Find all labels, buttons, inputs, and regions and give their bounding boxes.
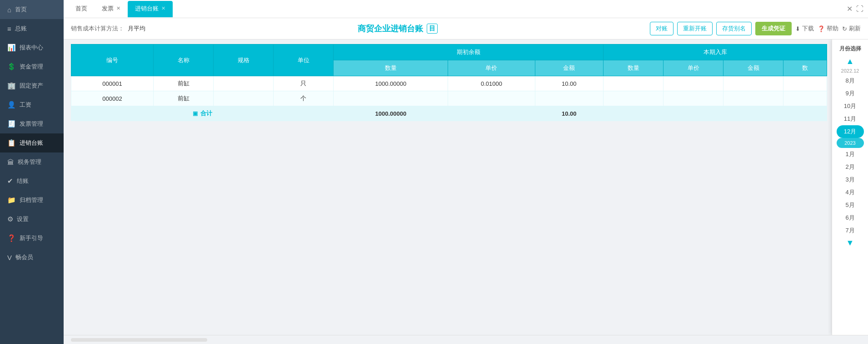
cell-benqi-amount [723, 76, 783, 91]
refresh-icon: ↻ [842, 25, 847, 32]
month-item-10[interactable]: 10月 [837, 100, 864, 113]
sidebar-item-label: 总账 [15, 25, 27, 33]
sub-col-benqi-price: 单价 [663, 60, 723, 76]
sidebar-item-closing[interactable]: ✔ 结账 [0, 172, 64, 191]
tab-purchase-sales-close[interactable]: ✕ [161, 5, 165, 11]
assets-icon: 🏢 [7, 82, 16, 90]
sidebar-item-fixed-assets[interactable]: 🏢 固定资产 [0, 76, 64, 95]
month-item-2023-2[interactable]: 2月 [837, 161, 864, 173]
horizontal-scrollbar[interactable] [71, 338, 207, 342]
cell-benqi-extra [783, 91, 827, 106]
month-picker-panel: 月份选择 ▲ 2022.12 8月 9月 10月 11月 12月 2023 1月… [832, 39, 868, 335]
help-button[interactable]: ❓ 帮助 [818, 25, 838, 33]
year-2022-label: 2022.12 [841, 67, 859, 74]
sub-col-benqi-amount: 金额 [723, 60, 783, 76]
month-item-9[interactable]: 9月 [837, 87, 864, 100]
month-item-11[interactable]: 11月 [837, 113, 864, 125]
tab-invoice-close[interactable]: ✕ [116, 5, 120, 11]
content-area: 销售成本计算方法： 月平均 商贸企业进销台账 目 对账 重新开账 存货别名 生成… [64, 18, 868, 344]
sidebar-item-label: 进销台账 [20, 139, 43, 147]
total-label-text: 合计 [200, 109, 212, 118]
total-qichu-amount: 10.00 [535, 106, 604, 121]
sidebar-item-label: 工资 [20, 101, 31, 109]
shengcheng-pingzheng-button[interactable]: 生成凭证 [755, 22, 792, 35]
cunzhu-bieming-button[interactable]: 存货别名 [716, 22, 752, 35]
sidebar-item-tax-management[interactable]: 🏛 税务管理 [0, 152, 64, 172]
download-label: 下载 [802, 25, 814, 33]
window-controls: ✕ ⛶ [847, 5, 863, 13]
month-item-2023-4[interactable]: 4月 [837, 186, 864, 199]
chongxin-kaipiao-button[interactable]: 重新开账 [677, 22, 713, 35]
payroll-icon: 👤 [7, 101, 16, 109]
cell-benqi-amount [723, 91, 783, 106]
total-icon: ▣ [193, 110, 198, 117]
sidebar-item-label: 首页 [15, 5, 27, 14]
duizhang-button[interactable]: 对账 [650, 22, 673, 35]
cell-spec [214, 76, 274, 91]
toolbar: 销售成本计算方法： 月平均 商贸企业进销台账 目 对账 重新开账 存货别名 生成… [64, 18, 868, 39]
cell-qichu-num: 1000.00000 [334, 76, 448, 91]
maximize-window-button[interactable]: ⛶ [856, 5, 863, 13]
sidebar-item-settings[interactable]: ⚙ 设置 [0, 210, 64, 229]
closing-icon: ✔ [7, 177, 13, 185]
vip-icon: V [7, 254, 12, 261]
download-icon: ⬇ [795, 25, 800, 32]
col-group-benqi: 本期入库 [604, 44, 827, 60]
tab-home-label: 首页 [75, 5, 87, 13]
month-item-2023-1[interactable]: 1月 [837, 148, 864, 161]
cell-qichu-price: 0.01000 [448, 76, 535, 91]
cell-name: 前缸 [153, 91, 213, 106]
cell-qichu-price [448, 91, 535, 106]
sidebar-item-label: 报表中心 [20, 44, 43, 52]
sidebar-item-vip-member[interactable]: V 畅会员 [0, 248, 64, 267]
month-item-2023-3[interactable]: 3月 [837, 173, 864, 186]
total-benqi-amount [723, 106, 783, 121]
cost-method-value: 月平均 [128, 25, 145, 33]
archive-icon: 📁 [7, 196, 16, 204]
bottom-bar [64, 335, 868, 344]
total-row: ▣ 合计 1000.00000 10.00 [71, 106, 827, 121]
guide-icon: ❓ [7, 234, 16, 242]
tab-purchase-sales[interactable]: 进销台账 ✕ [128, 1, 173, 17]
month-item-2023-6[interactable]: 6月 [837, 211, 864, 224]
year-2023-mark: 2023 [837, 138, 864, 148]
sidebar-item-newbie-guide[interactable]: ❓ 新手引导 [0, 229, 64, 248]
table-row: 000001 前缸 只 1000.00000 0.01000 10.00 [71, 76, 827, 91]
month-item-12[interactable]: 12月 [837, 125, 864, 138]
sidebar-item-archive-management[interactable]: 📁 归档管理 [0, 191, 64, 210]
data-table: 编号 名称 规格 单位 期初余额 本期入库 数量 单价 金额 数量 [71, 44, 827, 121]
cost-method-label: 销售成本计算方法： [71, 25, 124, 33]
main-area: 首页 发票 ✕ 进销台账 ✕ ✕ ⛶ 销售成本计算方法： 月平均 商贸企业进销台… [64, 0, 868, 344]
sidebar-item-fund-management[interactable]: 💲 资金管理 [0, 57, 64, 76]
refresh-button[interactable]: ↻ 刷新 [842, 25, 861, 33]
download-button[interactable]: ⬇ 下载 [795, 25, 814, 33]
cell-benqi-extra [783, 76, 827, 91]
sidebar-item-report-center[interactable]: 📊 报表中心 [0, 38, 64, 57]
month-item-2023-7[interactable]: 7月 [837, 224, 864, 237]
page-title-icon[interactable]: 目 [427, 24, 438, 34]
sidebar-item-label: 结账 [17, 177, 29, 185]
sidebar-item-label: 资金管理 [20, 63, 43, 71]
sidebar-item-purchase-sales-ledger[interactable]: 📋 进销台账 [0, 133, 64, 152]
tax-icon: 🏛 [7, 158, 14, 166]
total-benqi-extra [783, 106, 827, 121]
month-item-8[interactable]: 8月 [837, 74, 864, 87]
col-header-spec: 规格 [214, 44, 274, 76]
sidebar-item-label: 归档管理 [20, 196, 43, 204]
month-item-2023-5[interactable]: 5月 [837, 199, 864, 211]
total-qichu-price [448, 106, 535, 121]
sub-col-qichu-price: 单价 [448, 60, 535, 76]
page-title: 商贸企业进销台账 目 [145, 23, 650, 34]
tab-invoice[interactable]: 发票 ✕ [95, 1, 128, 17]
tab-purchase-sales-label: 进销台账 [135, 5, 159, 13]
month-picker-up-arrow[interactable]: ▲ [844, 55, 856, 67]
sidebar-item-payroll[interactable]: 👤 工资 [0, 95, 64, 114]
sidebar-item-home[interactable]: ⌂ 首页 [0, 0, 64, 19]
report-icon: 📊 [7, 44, 16, 52]
tab-home[interactable]: 首页 [68, 1, 95, 17]
sidebar-item-general-ledger[interactable]: ≡ 总账 [0, 19, 64, 38]
month-picker-down-arrow[interactable]: ▼ [844, 237, 856, 249]
cell-qichu-amount: 10.00 [535, 76, 604, 91]
close-window-button[interactable]: ✕ [847, 5, 853, 13]
sidebar-item-invoice-management[interactable]: 🧾 发票管理 [0, 114, 64, 133]
